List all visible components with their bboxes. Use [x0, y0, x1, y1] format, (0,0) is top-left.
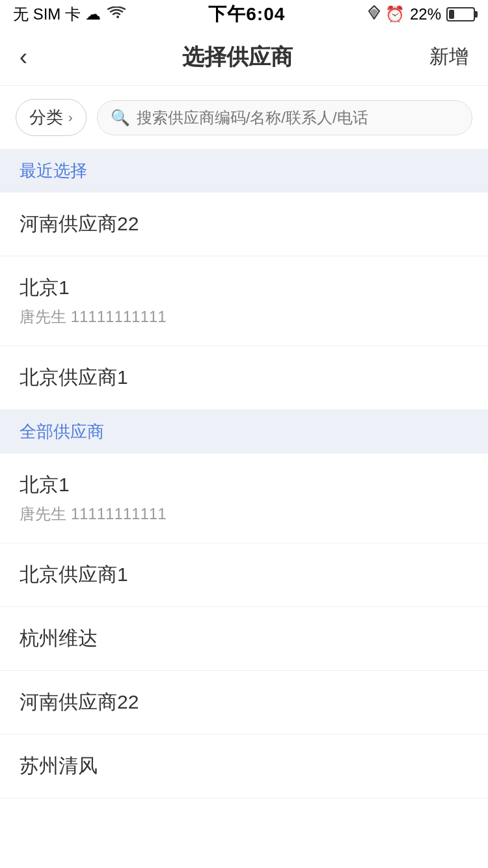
nav-bar: ‹ 选择供应商 新增 — [0, 29, 488, 86]
all-section-label: 全部供应商 — [20, 422, 104, 441]
item-sub: 唐先生 11111111111 — [20, 306, 468, 327]
list-item[interactable]: 北京供应商1 — [0, 346, 488, 410]
back-button[interactable]: ‹ — [20, 44, 59, 71]
item-sub: 唐先生 11111111111 — [20, 504, 468, 524]
list-item[interactable]: 北京1 唐先生 11111111111 — [0, 256, 488, 346]
item-name: 北京供应商1 — [20, 364, 468, 391]
chevron-right-icon: › — [68, 110, 73, 125]
category-label: 分类 — [29, 106, 63, 129]
all-items-list: 北京1 唐先生 11111111111 北京供应商1 杭州维达 河南供应商22 … — [0, 454, 488, 798]
recent-section-header: 最近选择 — [0, 149, 488, 193]
recent-section-label: 最近选择 — [20, 161, 87, 180]
category-button[interactable]: 分类 › — [16, 99, 87, 136]
list-item[interactable]: 苏州清风 — [0, 735, 488, 798]
item-name: 杭州维达 — [20, 625, 468, 652]
item-name: 河南供应商22 — [20, 211, 468, 237]
add-button[interactable]: 新增 — [416, 44, 468, 70]
list-item[interactable]: 杭州维达 — [0, 607, 488, 671]
search-box[interactable]: 🔍 — [97, 100, 472, 135]
item-name: 苏州清风 — [20, 753, 468, 780]
all-section-header: 全部供应商 — [0, 410, 488, 454]
list-item[interactable]: 北京1 唐先生 11111111111 — [0, 454, 488, 543]
battery-percentage: 22% — [410, 5, 441, 23]
status-right: ⏰ 22% — [368, 5, 475, 23]
status-time: 下午6:04 — [208, 2, 285, 27]
item-name: 北京供应商1 — [20, 562, 468, 588]
list-item[interactable]: 河南供应商22 — [0, 193, 488, 256]
battery-icon — [446, 7, 475, 21]
list-item[interactable]: 北京供应商1 — [0, 543, 488, 607]
alarm-icon: ⏰ — [385, 5, 405, 23]
status-bar: 无 SIM 卡 ☁ 下午6:04 ⏰ 22% — [0, 0, 488, 29]
sim-status: 无 SIM 卡 ☁ — [13, 4, 101, 25]
item-name: 北京1 — [20, 275, 468, 301]
recent-items-list: 河南供应商22 北京1 唐先生 11111111111 北京供应商1 — [0, 193, 488, 410]
location-icon — [368, 5, 380, 23]
page-title: 选择供应商 — [182, 42, 293, 72]
wifi-icon — [107, 5, 126, 23]
item-name: 河南供应商22 — [20, 689, 468, 716]
search-input[interactable] — [137, 109, 459, 127]
search-icon: 🔍 — [111, 109, 130, 127]
status-left: 无 SIM 卡 ☁ — [13, 4, 126, 25]
filter-bar: 分类 › 🔍 — [0, 86, 488, 149]
item-name: 北京1 — [20, 472, 468, 498]
list-item[interactable]: 河南供应商22 — [0, 671, 488, 735]
